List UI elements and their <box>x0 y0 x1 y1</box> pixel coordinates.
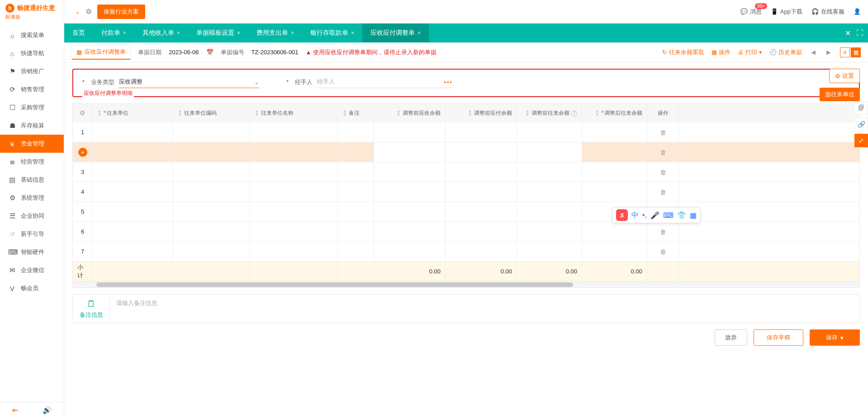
close-all-icon[interactable]: ✕ <box>845 29 851 38</box>
remark-input[interactable]: 请输入备注信息 <box>110 295 859 323</box>
tab-label: 费用支出单 <box>256 29 288 37</box>
settings-icon[interactable]: ⚙ <box>85 7 92 16</box>
tab-template[interactable]: 单据模板设置× <box>188 23 248 42</box>
column-name[interactable]: ▲▼往来单位名称 <box>250 104 338 122</box>
delete-icon[interactable]: 🗑 <box>660 248 666 255</box>
sidebar-item-funds[interactable]: ¥资金管理 <box>0 135 64 153</box>
calendar-icon[interactable]: 📅 <box>206 49 213 56</box>
ime-keyboard-icon[interactable]: ⌨ <box>663 211 674 220</box>
sidebar-item-inventory[interactable]: ☗库存核算 <box>0 117 64 135</box>
table-row[interactable]: 7🗑 <box>73 241 859 261</box>
close-icon[interactable]: × <box>351 30 354 36</box>
tab-home[interactable]: 首页 <box>64 23 93 42</box>
sidebar-bottom: ⇤ 🔊 <box>0 402 64 418</box>
column-code[interactable]: ▲▼往来单位编码 <box>173 104 250 122</box>
tab-payment[interactable]: 付款单× <box>93 23 134 42</box>
view-card-button[interactable]: ▦ <box>851 47 861 57</box>
close-icon[interactable]: × <box>417 30 421 36</box>
tab-adjustment[interactable]: 应收应付调整单× <box>362 23 429 42</box>
history-button[interactable]: 🕘历史单据 <box>769 48 802 56</box>
table-row-active[interactable]: +🗑 <box>73 142 859 162</box>
sidebar-item-search[interactable]: ⌕搜索菜单 <box>0 26 64 44</box>
delete-icon[interactable]: 🗑 <box>660 228 666 235</box>
date-value[interactable]: 2023-06-06 <box>169 49 199 56</box>
table-row[interactable]: 4🗑 <box>73 182 859 202</box>
sidebar-item-quicknav[interactable]: ⌂快捷导航 <box>0 44 64 62</box>
app-download-button[interactable]: 📱 App下载 <box>771 8 802 16</box>
delete-icon[interactable]: 🗑 <box>660 129 666 136</box>
sidebar-item-guide[interactable]: ☞新手引导 <box>0 225 64 243</box>
service-label: 在线客服 <box>821 8 844 16</box>
table-row[interactable]: 6🗑 <box>73 221 859 241</box>
rail-expand-button[interactable]: ⤢ <box>854 134 868 147</box>
sidebar-item-purchase[interactable]: ☐采购管理 <box>0 99 64 117</box>
view-list-button[interactable]: ≡ <box>840 47 850 57</box>
delete-icon[interactable]: 🗑 <box>660 188 666 196</box>
next-doc-button[interactable]: ▶ <box>825 49 833 56</box>
save-draft-button[interactable]: 保存草稿 <box>754 329 803 346</box>
ime-mic-icon[interactable]: 🎤 <box>650 211 659 220</box>
ime-toolbar[interactable]: S 中 •, 🎤 ⌨ 👕 ▦ <box>612 207 701 223</box>
discard-button[interactable]: 放弃 <box>715 329 747 346</box>
scrollbar-thumb[interactable] <box>96 282 573 287</box>
sidebar-item-marketing[interactable]: ⚑营销推广 <box>0 62 64 80</box>
horizontal-scrollbar[interactable] <box>72 282 860 288</box>
info-icon[interactable]: ? <box>571 110 577 116</box>
sidebar-item-basic[interactable]: ▤基础信息 <box>0 171 64 189</box>
tab-bank[interactable]: 银行存取款单× <box>302 23 362 42</box>
close-icon[interactable]: × <box>291 30 294 36</box>
delete-icon[interactable]: 🗑 <box>660 169 666 176</box>
column-post-bal[interactable]: ▲▼*调整后往来余额 <box>582 104 647 122</box>
column-pre-pay[interactable]: ▲▼调整前应付余额 <box>446 104 517 122</box>
refetch-balance-button[interactable]: ↻往来余额重取 <box>662 48 704 56</box>
biz-type-select[interactable]: 应收调整 ⌄ <box>119 76 259 88</box>
sidebar-item-system[interactable]: ⚙系统管理 <box>0 189 64 207</box>
online-service-button[interactable]: 🎧 在线客服 <box>811 8 844 16</box>
delete-icon[interactable]: 🗑 <box>660 149 666 156</box>
select-unit-button[interactable]: 选往来单位 <box>820 88 860 101</box>
biz-type-value: 应收调整 <box>119 78 142 86</box>
messages-button[interactable]: 💬 消息 99+ <box>740 8 762 16</box>
sidebar-item-member[interactable]: V畅会员 <box>0 279 64 297</box>
settings-button[interactable]: ⚙设置 <box>829 69 860 83</box>
table-row[interactable]: 1🗑 <box>73 122 859 142</box>
try-industry-button[interactable]: 体验行业方案 <box>97 5 145 19</box>
close-icon[interactable]: × <box>123 30 126 36</box>
document-type-tab[interactable]: ▦ 应收应付调整单 <box>71 45 131 60</box>
operate-button[interactable]: ▦操作 <box>711 48 730 56</box>
fullscreen-icon[interactable]: ⛶ <box>856 29 863 37</box>
sidebar-item-business[interactable]: ≣经营管理 <box>0 153 64 171</box>
sidebar-item-sales[interactable]: ⟳销售管理 <box>0 80 64 99</box>
ime-skin-icon[interactable]: 👕 <box>677 211 686 220</box>
column-pre-recv[interactable]: ▲▼调整前应收余额 <box>374 104 446 122</box>
column-remark[interactable]: ▲▼备注 <box>338 104 374 122</box>
prev-doc-button[interactable]: ◀ <box>809 49 817 56</box>
save-button[interactable]: 保存▾ <box>810 329 860 346</box>
sidebar-item-wechat[interactable]: ✉企业微信 <box>0 261 64 279</box>
add-row-button[interactable]: + <box>73 142 93 162</box>
ime-toolbox-icon[interactable]: ▦ <box>690 211 697 220</box>
column-settings[interactable]: ⚙ <box>73 104 93 122</box>
column-unit[interactable]: ▲▼*往来单位 <box>93 104 173 122</box>
sidebar-item-hardware[interactable]: ⌨智能硬件 <box>0 243 64 261</box>
org-selector[interactable]: ⌄ <box>71 8 80 15</box>
table-row[interactable]: 5🗑 <box>73 202 859 221</box>
tab-other-income[interactable]: 其他收入单× <box>134 23 188 42</box>
rail-note-button[interactable]: 🗐 <box>854 101 868 115</box>
close-icon[interactable]: × <box>177 30 180 36</box>
handler-input[interactable]: 经手人 ••• <box>317 76 453 88</box>
rail-attach-button[interactable]: 🔗 <box>854 117 868 131</box>
user-avatar[interactable]: 👤 <box>854 8 861 15</box>
ime-punct-icon[interactable]: •, <box>642 211 647 219</box>
collapse-icon[interactable]: ⇤ <box>12 406 18 414</box>
sidebar-item-label: 采购管理 <box>21 103 44 112</box>
ime-lang[interactable]: 中 <box>631 211 639 220</box>
more-icon[interactable]: ••• <box>444 79 453 85</box>
column-pre-bal[interactable]: ▲▼调整前往来余额? <box>517 104 582 122</box>
close-icon[interactable]: × <box>237 30 240 36</box>
sound-icon[interactable]: 🔊 <box>43 406 52 414</box>
sidebar-item-collab[interactable]: ☰企业协同 <box>0 207 64 225</box>
tab-expense[interactable]: 费用支出单× <box>248 23 302 42</box>
print-button[interactable]: 🖨打印▾ <box>738 48 762 56</box>
table-row[interactable]: 3🗑 <box>73 162 859 182</box>
